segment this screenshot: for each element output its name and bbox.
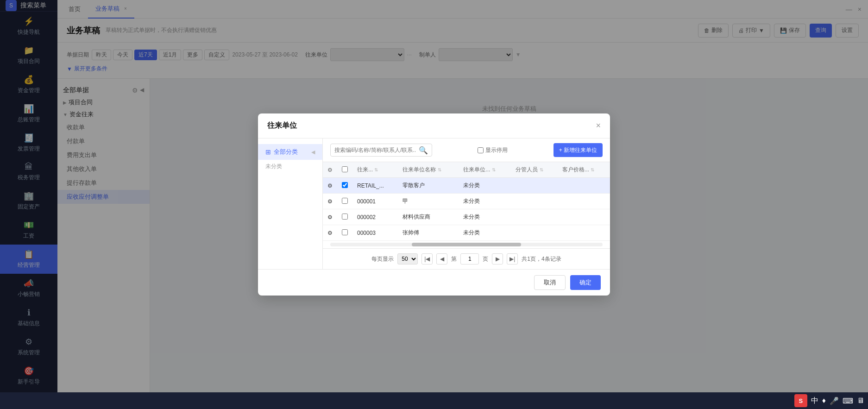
table-row[interactable]: ⚙ RETAIL_... 零散客户 未分类 bbox=[323, 178, 610, 194]
row-name: 零散客户 bbox=[398, 178, 459, 194]
per-page-select[interactable]: 50 bbox=[397, 253, 418, 264]
row-code: RETAIL_... bbox=[352, 178, 398, 194]
name-sort-icon: ⇅ bbox=[438, 167, 441, 172]
row-name: 张帅傅 bbox=[398, 225, 459, 241]
cat-sort-icon: ⇅ bbox=[492, 167, 496, 172]
per-page-label: 每页显示 bbox=[371, 255, 394, 263]
th-name[interactable]: 往来单位名称 ⇅ bbox=[398, 162, 459, 178]
page-number-input[interactable] bbox=[460, 253, 479, 264]
row-settings[interactable]: ⚙ bbox=[323, 178, 337, 194]
th-price[interactable]: 客户价格... ⇅ bbox=[558, 162, 610, 178]
show-disabled-label: 显示停用 bbox=[485, 146, 508, 154]
dialog-footer: 取消 确定 bbox=[258, 269, 610, 296]
dialog-close-button[interactable]: × bbox=[596, 121, 601, 131]
th-settings[interactable]: ⚙ bbox=[323, 162, 337, 178]
search-icon: 🔍 bbox=[419, 146, 428, 155]
row-settings-icon: ⚙ bbox=[327, 230, 333, 236]
dialog-main: 🔍 显示停用 + 新增往来单位 ⚙ bbox=[323, 138, 610, 269]
cancel-button[interactable]: 取消 bbox=[534, 275, 566, 290]
table-row[interactable]: ⚙ 000002 材料供应商 未分类 bbox=[323, 209, 610, 225]
row-category: 未分类 bbox=[459, 178, 511, 194]
mgr-sort-icon: ⇅ bbox=[540, 167, 543, 172]
row-settings-icon: ⚙ bbox=[327, 182, 333, 189]
row-checkbox[interactable] bbox=[337, 178, 352, 194]
row-select-checkbox[interactable] bbox=[342, 229, 348, 235]
dialog-table-header-row: ⚙ 往来... ⇅ 往来单位名称 ⇅ 往来单位... ⇅ 分管人员 ⇅ 客户价格… bbox=[323, 162, 610, 178]
partner-dialog: 往来单位 × ⊞ 全部分类 ◀ 未分类 bbox=[258, 113, 610, 296]
row-manager bbox=[511, 178, 557, 194]
show-disabled-toggle[interactable]: 显示停用 bbox=[478, 146, 508, 154]
th-manager[interactable]: 分管人员 ⇅ bbox=[511, 162, 557, 178]
dialog-body: ⊞ 全部分类 ◀ 未分类 🔍 显示停用 bbox=[258, 138, 610, 269]
dialog-toolbar: 🔍 显示停用 + 新增往来单位 bbox=[323, 138, 610, 162]
code-sort-icon: ⇅ bbox=[374, 167, 378, 172]
row-settings[interactable]: ⚙ bbox=[323, 209, 337, 225]
row-settings[interactable]: ⚙ bbox=[323, 225, 337, 241]
row-checkbox[interactable] bbox=[337, 225, 352, 241]
table-row[interactable]: ⚙ 000001 甲 未分类 bbox=[323, 194, 610, 209]
dialog-table-wrap: ⚙ 往来... ⇅ 往来单位名称 ⇅ 往来单位... ⇅ 分管人员 ⇅ 客户价格… bbox=[323, 162, 610, 241]
row-category: 未分类 bbox=[459, 209, 511, 225]
row-select-checkbox[interactable] bbox=[342, 214, 348, 220]
row-checkbox[interactable] bbox=[337, 209, 352, 225]
th-code[interactable]: 往来... ⇅ bbox=[352, 162, 398, 178]
price-sort-icon: ⇅ bbox=[591, 167, 594, 172]
page-label: 第 bbox=[451, 255, 457, 263]
page-first-button[interactable]: |◀ bbox=[421, 253, 433, 264]
row-code: 000002 bbox=[352, 209, 398, 225]
dialog-table-body: ⚙ RETAIL_... 零散客户 未分类 ⚙ bbox=[323, 178, 610, 241]
row-select-checkbox[interactable] bbox=[342, 182, 348, 188]
horizontal-scrollbar[interactable] bbox=[330, 243, 603, 246]
row-manager bbox=[511, 194, 557, 209]
taskbar: S 中 ♦ 🎤 ⌨ 🖥 bbox=[0, 392, 868, 409]
dialog-sidebar-all[interactable]: ⊞ 全部分类 ◀ bbox=[258, 144, 322, 160]
dialog-sidebar-unclassified[interactable]: 未分类 bbox=[258, 160, 322, 173]
partner-search-input[interactable] bbox=[334, 147, 416, 153]
confirm-button[interactable]: 确定 bbox=[570, 275, 601, 290]
dialog-title: 往来单位 bbox=[267, 121, 297, 131]
taskbar-icon-diamond[interactable]: ♦ bbox=[822, 396, 826, 405]
row-settings-icon: ⚙ bbox=[327, 198, 333, 205]
row-name: 材料供应商 bbox=[398, 209, 459, 225]
th-checkbox[interactable] bbox=[337, 162, 352, 178]
sidebar-collapse-icon[interactable]: ◀ bbox=[311, 149, 315, 155]
select-all-checkbox[interactable] bbox=[342, 166, 348, 172]
page-prev-button[interactable]: ◀ bbox=[436, 253, 447, 264]
taskbar-logo: S bbox=[794, 394, 807, 407]
row-price bbox=[558, 194, 610, 209]
th-category[interactable]: 往来单位... ⇅ bbox=[459, 162, 511, 178]
row-category: 未分类 bbox=[459, 194, 511, 209]
row-manager bbox=[511, 209, 557, 225]
taskbar-icon-zh[interactable]: 中 bbox=[811, 396, 818, 406]
row-price bbox=[558, 225, 610, 241]
row-settings[interactable]: ⚙ bbox=[323, 194, 337, 209]
row-code: 000001 bbox=[352, 194, 398, 209]
row-settings-icon: ⚙ bbox=[327, 214, 333, 220]
page-last-button[interactable]: ▶| bbox=[507, 253, 518, 264]
page-next-button[interactable]: ▶ bbox=[492, 253, 503, 264]
scrollbar-thumb[interactable] bbox=[412, 243, 521, 246]
dialog-sidebar: ⊞ 全部分类 ◀ 未分类 bbox=[258, 138, 323, 269]
dialog-table-head: ⚙ 往来... ⇅ 往来单位名称 ⇅ 往来单位... ⇅ 分管人员 ⇅ 客户价格… bbox=[323, 162, 610, 178]
total-info: 共1页，4条记录 bbox=[522, 255, 561, 263]
table-row[interactable]: ⚙ 000003 张帅傅 未分类 bbox=[323, 225, 610, 241]
row-code: 000003 bbox=[352, 225, 398, 241]
partner-search-box[interactable]: 🔍 bbox=[330, 144, 432, 157]
row-category: 未分类 bbox=[459, 225, 511, 241]
row-select-checkbox[interactable] bbox=[342, 198, 348, 204]
row-checkbox[interactable] bbox=[337, 194, 352, 209]
show-disabled-checkbox[interactable] bbox=[478, 147, 484, 153]
taskbar-icon-keyboard[interactable]: ⌨ bbox=[843, 396, 853, 405]
taskbar-icon-mic[interactable]: 🎤 bbox=[830, 396, 839, 405]
row-manager bbox=[511, 225, 557, 241]
row-price bbox=[558, 209, 610, 225]
dialog-header: 往来单位 × bbox=[258, 113, 610, 138]
add-partner-button[interactable]: + 新增往来单位 bbox=[554, 143, 603, 157]
dialog-overlay: 往来单位 × ⊞ 全部分类 ◀ 未分类 bbox=[0, 0, 868, 409]
taskbar-icon-monitor[interactable]: 🖥 bbox=[857, 396, 864, 405]
row-name: 甲 bbox=[398, 194, 459, 209]
grid-icon: ⊞ bbox=[265, 148, 271, 156]
dialog-table: ⚙ 往来... ⇅ 往来单位名称 ⇅ 往来单位... ⇅ 分管人员 ⇅ 客户价格… bbox=[323, 162, 610, 241]
dialog-pagination: 每页显示 50 |◀ ◀ 第 页 ▶ ▶| 共1页，4条记录 bbox=[323, 248, 610, 269]
page-unit: 页 bbox=[483, 255, 488, 263]
